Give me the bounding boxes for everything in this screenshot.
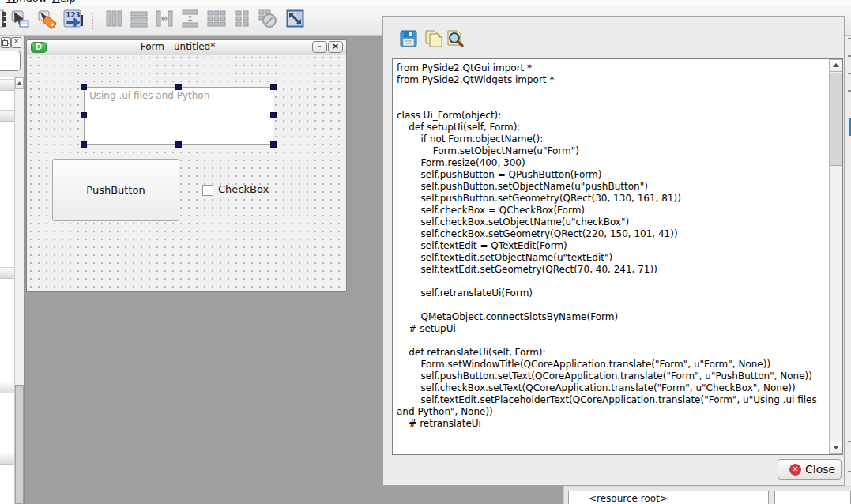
code-line: # setupUi [397, 323, 817, 335]
widget-category-row[interactable] [0, 453, 14, 465]
right-dock-edge [845, 36, 851, 486]
code-line [397, 276, 817, 288]
code-line: self.pushButton = QPushButton(Form) [397, 169, 817, 181]
find-icon [445, 29, 465, 48]
code-line: if not Form.objectName(): [397, 134, 817, 145]
code-line: self.checkBox.setText(QCoreApplication.t… [397, 382, 817, 394]
layout-horizontally-icon [104, 9, 123, 29]
find-button[interactable] [445, 29, 464, 48]
code-line [397, 299, 817, 311]
dock-close-button[interactable]: × [11, 37, 21, 48]
selection-handle[interactable] [270, 84, 277, 90]
selection-handle[interactable] [81, 84, 87, 90]
selection-handle[interactable] [81, 141, 87, 148]
copy-button[interactable] [424, 29, 442, 48]
tree-branch-mark [848, 55, 851, 57]
selection-handle[interactable] [270, 112, 277, 118]
code-line: self.checkBox = QCheckBox(Form) [397, 205, 817, 216]
code-line: # retranslateUi [397, 418, 817, 430]
code-line [397, 335, 817, 347]
form-close-button[interactable]: × [328, 41, 343, 53]
tree-branch-mark [848, 73, 851, 74]
code-line: self.textEdit = QTextEdit(Form) [397, 240, 817, 252]
edit-signals-slots-icon [10, 9, 31, 29]
layout-horizontal-splitter-button [155, 9, 175, 31]
code-line: self.retranslateUi(Form) [397, 288, 817, 299]
tree-branch-mark [848, 471, 851, 472]
code-scrollbar[interactable] [829, 59, 842, 454]
form-window-titlebar[interactable]: D Form - untitled* - × [27, 40, 346, 56]
scrollbar-thumb[interactable] [830, 73, 842, 166]
scrollbar-thumb[interactable] [15, 385, 24, 504]
scroll-up-button[interactable] [15, 77, 24, 89]
menu-window[interactable]: Window [6, 0, 47, 4]
scroll-down-button[interactable] [830, 442, 842, 454]
code-line [397, 86, 817, 98]
textedit-widget[interactable]: Using .ui files and Python [84, 87, 273, 145]
close-button-label: Close [805, 463, 835, 476]
layout-form-button [233, 9, 254, 31]
resource-root-item[interactable]: <resource root> [589, 493, 668, 504]
layout-horizontal-splitter-icon [155, 9, 174, 29]
checkbox-indicator[interactable] [202, 185, 213, 196]
adjust-size-button[interactable] [285, 9, 306, 31]
edit-tab-order-icon: 123 [62, 9, 85, 29]
layout-vertical-splitter-icon [180, 9, 199, 29]
widget-box-list[interactable] [0, 77, 14, 504]
widget-box-dock: × [0, 36, 25, 504]
resource-tree[interactable]: <resource root> [568, 491, 769, 504]
svg-text:123: 123 [66, 11, 81, 19]
code-view[interactable]: from PySide2.QtGui import *from PySide2.… [392, 58, 843, 455]
widget-box-scrollbar[interactable] [14, 77, 24, 504]
selection-handle[interactable] [270, 141, 277, 148]
selection-handle[interactable] [81, 112, 87, 118]
code-line: Form.resize(400, 300) [397, 157, 817, 169]
checkbox-label: CheckBox [218, 183, 269, 195]
pushbutton-widget[interactable]: PushButton [52, 159, 179, 221]
code-line: self.textEdit.setGeometry(QRect(70, 40, … [397, 264, 817, 276]
copy-icon [424, 29, 444, 48]
layout-vertically-button [130, 9, 150, 31]
code-line [397, 98, 817, 110]
code-line: self.textEdit.setPlaceholderText(QCoreAp… [397, 394, 817, 406]
resource-browser-panel: <resource root> [563, 486, 851, 504]
form-minimize-button[interactable]: - [312, 41, 327, 53]
down-arrow-icon [833, 446, 839, 449]
close-button[interactable]: ✕ Close [778, 459, 842, 480]
layout-vertically-icon [130, 9, 149, 29]
layout-form-icon [233, 9, 252, 29]
layout-horizontally-button [104, 9, 125, 31]
code-line: self.textEdit.setObjectName(u"textEdit") [397, 252, 817, 264]
edit-signals-slots-button[interactable] [10, 9, 31, 31]
widget-category-row[interactable] [0, 267, 14, 279]
selection-handle[interactable] [175, 84, 182, 90]
widget-filter-input[interactable] [0, 51, 21, 71]
tree-branch-mark [848, 90, 851, 92]
layout-grid-button [206, 9, 227, 31]
menu-help[interactable]: Help [52, 0, 76, 4]
code-line: self.checkBox.setObjectName(u"checkBox") [397, 216, 817, 228]
code-line: Form.setWindowTitle(QCoreApplication.tra… [397, 359, 817, 370]
code-line: QMetaObject.connectSlotsByName(Form) [397, 311, 817, 323]
break-layout-icon [258, 9, 278, 29]
code-line: Form.setObjectName(u"Form") [397, 145, 817, 157]
edit-tab-order-button[interactable]: 123 [62, 9, 83, 31]
code-line: from PySide2.QtWidgets import * [397, 74, 817, 86]
up-arrow-icon [833, 63, 839, 67]
edit-widgets-button[interactable] [0, 9, 8, 31]
edit-widgets-icon [0, 9, 8, 29]
mdi-area-bottom [382, 486, 564, 504]
code-line: def retranslateUi(self, Form): [397, 347, 817, 359]
code-preview-dialog: from PySide2.QtGui import *from PySide2.… [382, 16, 845, 486]
widget-category-row[interactable] [0, 110, 14, 122]
widget-category-row[interactable] [0, 79, 14, 91]
up-arrow-icon [17, 81, 22, 85]
selection-handle[interactable] [175, 141, 182, 148]
edit-buddies-button[interactable] [37, 9, 58, 31]
scroll-up-button[interactable] [830, 59, 842, 72]
resource-list[interactable] [774, 491, 851, 504]
close-button-icon: ✕ [789, 464, 801, 476]
save-button[interactable] [399, 29, 418, 48]
widget-category-row[interactable] [0, 382, 14, 393]
dock-float-button[interactable] [1, 37, 11, 48]
